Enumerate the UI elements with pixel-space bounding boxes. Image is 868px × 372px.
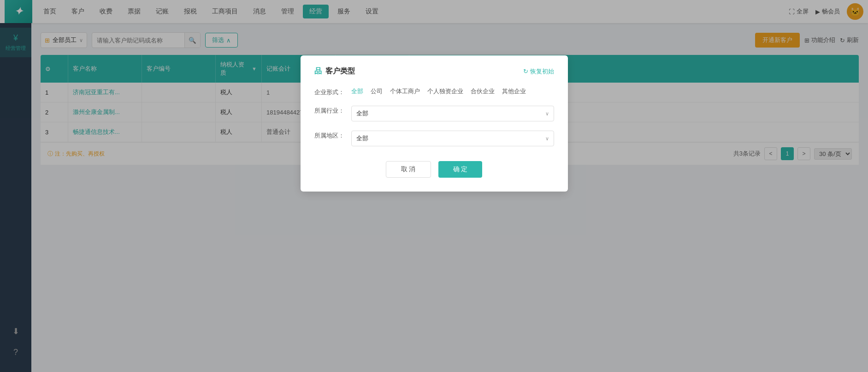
region-value: 全部 ∨ [351, 131, 554, 146]
confirm-button[interactable]: 确 定 [438, 161, 483, 178]
region-select-value: 全部 [356, 134, 368, 143]
modal-title-icon: 品 [314, 66, 322, 76]
modal-title: 品 客户类型 [314, 66, 355, 76]
modal-overlay[interactable]: 品 客户类型 ↻ 恢复初始 企业形式： 全部 公司 个体工商户 个人独资企业 合… [0, 0, 868, 372]
etype-individual[interactable]: 个体工商户 [390, 87, 420, 96]
etype-sole[interactable]: 个人独资企业 [427, 87, 463, 96]
etype-other[interactable]: 其他企业 [502, 87, 526, 96]
enterprise-types: 全部 公司 个体工商户 个人独资企业 合伙企业 其他企业 [351, 87, 554, 96]
industry-select[interactable]: 全部 ∨ [351, 106, 554, 121]
industry-arrow-icon: ∨ [545, 111, 549, 117]
etype-partnership[interactable]: 合伙企业 [471, 87, 495, 96]
region-field: 所属地区： 全部 ∨ [314, 131, 554, 146]
etype-company[interactable]: 公司 [371, 87, 383, 96]
enterprise-field: 企业形式： 全部 公司 个体工商户 个人独资企业 合伙企业 其他企业 [314, 87, 554, 96]
industry-value: 全部 ∨ [351, 106, 554, 121]
modal-footer: 取 消 确 定 [314, 161, 554, 178]
filter-modal: 品 客户类型 ↻ 恢复初始 企业形式： 全部 公司 个体工商户 个人独资企业 合… [301, 55, 568, 192]
industry-field: 所属行业： 全部 ∨ [314, 106, 554, 121]
region-select[interactable]: 全部 ∨ [351, 131, 554, 146]
reset-icon: ↻ [523, 68, 528, 75]
modal-reset-button[interactable]: ↻ 恢复初始 [523, 67, 554, 76]
region-label: 所属地区： [314, 131, 351, 140]
modal-title-text: 客户类型 [325, 66, 355, 76]
industry-select-value: 全部 [356, 109, 368, 118]
region-arrow-icon: ∨ [545, 136, 549, 142]
modal-reset-label: 恢复初始 [530, 67, 554, 76]
modal-title-row: 品 客户类型 ↻ 恢复初始 [314, 66, 554, 76]
cancel-button[interactable]: 取 消 [386, 161, 431, 178]
enterprise-label: 企业形式： [314, 87, 351, 96]
enterprise-value: 全部 公司 个体工商户 个人独资企业 合伙企业 其他企业 [351, 87, 554, 96]
industry-label: 所属行业： [314, 106, 351, 115]
etype-all[interactable]: 全部 [351, 87, 363, 96]
